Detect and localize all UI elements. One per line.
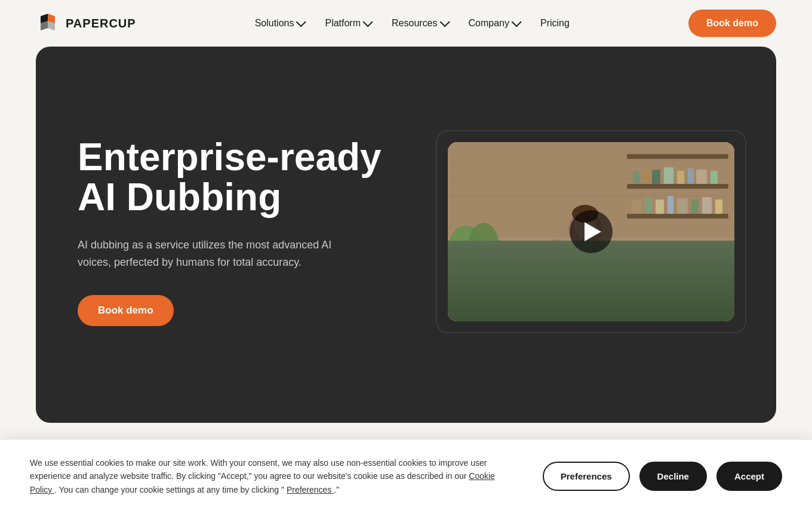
hero-video-container bbox=[448, 142, 734, 321]
hero-title-line1: Enterprise-ready bbox=[78, 136, 382, 179]
nav-item-platform[interactable]: Platform bbox=[325, 18, 370, 29]
hero-video-wrapper[interactable] bbox=[448, 142, 734, 321]
cookie-banner: We use essential cookies to make our sit… bbox=[0, 439, 812, 513]
nav-pricing-label: Pricing bbox=[540, 18, 570, 29]
nav-platform-label: Platform bbox=[325, 18, 361, 29]
company-chevron-icon bbox=[512, 17, 522, 27]
cookie-text-close: ." bbox=[334, 485, 339, 494]
resources-chevron-icon bbox=[439, 17, 450, 27]
cookie-buttons: Preferences Decline Accept bbox=[543, 462, 782, 491]
nav-item-company[interactable]: Company bbox=[469, 18, 519, 29]
cookie-text: We use essential cookies to make our sit… bbox=[30, 456, 519, 496]
cookie-preferences-button[interactable]: Preferences bbox=[543, 462, 630, 491]
nav-resources-label: Resources bbox=[392, 18, 437, 29]
nav-resources-link[interactable]: Resources bbox=[392, 18, 447, 29]
hero-title: Enterprise-ready AI Dubbing bbox=[78, 137, 382, 217]
nav-solutions-link[interactable]: Solutions bbox=[255, 18, 304, 29]
cookie-accept-button[interactable]: Accept bbox=[716, 462, 782, 491]
play-button[interactable] bbox=[570, 210, 613, 253]
hero-section: Enterprise-ready AI Dubbing AI dubbing a… bbox=[36, 47, 776, 423]
cookie-text-end: . You can change your cookie settings at… bbox=[54, 485, 284, 494]
platform-chevron-icon bbox=[363, 17, 373, 27]
cookie-decline-button[interactable]: Decline bbox=[639, 462, 707, 491]
nav-solutions-label: Solutions bbox=[255, 18, 294, 29]
papercup-logo-icon bbox=[36, 11, 60, 35]
hero-title-line2: AI Dubbing bbox=[78, 176, 281, 219]
nav-platform-link[interactable]: Platform bbox=[325, 18, 370, 29]
hero-subtitle: AI dubbing as a service utilizes the mos… bbox=[78, 236, 334, 271]
play-icon bbox=[585, 222, 601, 241]
nav-links: Solutions Platform Resources Company bbox=[255, 18, 570, 29]
nav-pricing-link[interactable]: Pricing bbox=[540, 18, 570, 29]
logo-text: PAPERCUP bbox=[66, 17, 136, 30]
nav-company-link[interactable]: Company bbox=[469, 18, 519, 29]
nav-item-resources[interactable]: Resources bbox=[392, 18, 447, 29]
cookie-preferences-inline-link[interactable]: Preferences bbox=[287, 485, 334, 494]
nav-item-pricing[interactable]: Pricing bbox=[540, 18, 570, 29]
nav-company-label: Company bbox=[469, 18, 509, 29]
nav-book-demo-button[interactable]: Book demo bbox=[688, 10, 776, 37]
navbar: PAPERCUP Solutions Platform Resources Co… bbox=[0, 0, 812, 47]
video-play-overlay[interactable] bbox=[448, 142, 734, 321]
solutions-chevron-icon bbox=[296, 17, 306, 27]
logo-link[interactable]: PAPERCUP bbox=[36, 11, 136, 35]
hero-content: Enterprise-ready AI Dubbing AI dubbing a… bbox=[78, 137, 382, 326]
cookie-text-main: We use essential cookies to make our sit… bbox=[30, 458, 487, 481]
nav-item-solutions[interactable]: Solutions bbox=[255, 18, 304, 29]
hero-book-demo-button[interactable]: Book demo bbox=[78, 295, 174, 326]
